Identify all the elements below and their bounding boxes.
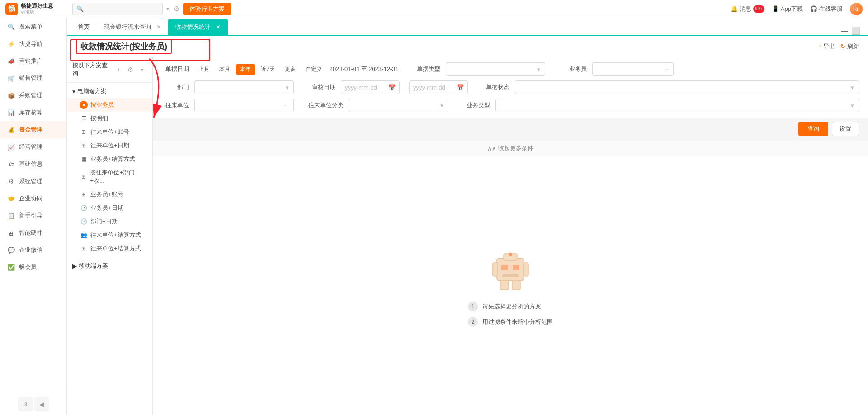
tab-receipt-stat[interactable]: 收款情况统计 ✕ — [168, 19, 228, 35]
tab-bank-flow[interactable]: 现金银行流水查询 ✕ — [97, 19, 168, 35]
header-search-box[interactable]: 🔍 — [72, 3, 163, 15]
refresh-btn[interactable]: ↻ 刷新 — [840, 42, 859, 51]
settings-btn[interactable]: 设置 — [832, 122, 859, 136]
biz-type-select[interactable]: ▾ — [495, 99, 859, 112]
scheme-item-by-salesman[interactable]: ● 按业务员 — [67, 98, 152, 112]
date-range-display: 2023-01-01 至 2023-12-31 — [330, 65, 399, 73]
sidebar-item-member[interactable]: ✅ 畅会员 — [0, 259, 66, 276]
logo-icon: 畅 — [5, 3, 18, 15]
counterpart-category-select[interactable]: ▾ — [349, 99, 448, 112]
doc-status-select[interactable]: ▾ — [515, 80, 859, 94]
search-menu-icon: 🔍 — [7, 23, 15, 31]
scheme-group-mobile-title[interactable]: ▶ 移动端方案 — [67, 259, 152, 273]
bank-flow-label: 现金银行流水查询 — [104, 23, 151, 31]
tab-home[interactable]: 首页 — [71, 19, 97, 35]
scheme-item-by-detail[interactable]: ☰ 按明细 — [67, 112, 152, 125]
date-tab-more[interactable]: 更多 — [281, 64, 300, 75]
step-num-2: 2 — [468, 317, 478, 327]
sidebar-settings-btn[interactable]: ⚙ — [18, 397, 33, 411]
sidebar-item-marketing[interactable]: 📣 营销推广 — [0, 52, 66, 70]
date-tab-this-month[interactable]: 本月 — [215, 64, 234, 75]
empty-state: 1 请先选择要分析的方案 2 用过滤条件来缩小分析范围 — [153, 156, 868, 415]
sidebar-item-fund[interactable]: 💰 资金管理 — [0, 121, 66, 138]
date-tab-custom[interactable]: 自定义 — [302, 64, 326, 75]
empty-steps: 1 请先选择要分析的方案 2 用过滤条件来缩小分析范围 — [468, 302, 553, 327]
dept-select[interactable]: ▾ — [194, 80, 294, 94]
svg-rect-0 — [497, 258, 524, 281]
scheme-collapse-btn[interactable]: « — [137, 65, 147, 75]
user-avatar[interactable]: Rit — [850, 3, 863, 15]
dept-arrow-icon: ▾ — [286, 84, 289, 91]
review-date-input-group: yyyy-mm-dd 📅 — yyyy-mm-dd 📅 — [341, 80, 468, 94]
scheme-item-label: 按往来单位+部门+收... — [90, 169, 147, 185]
date-tab-7days[interactable]: 近7天 — [257, 64, 279, 75]
wechat-icon: 💬 — [7, 246, 15, 254]
export-btn[interactable]: ↑ 导出 — [819, 42, 835, 51]
sidebar-item-search-menu[interactable]: 🔍 搜索菜单 — [0, 18, 66, 35]
collapse-bar[interactable]: ∧∧ 收起更多条件 — [153, 141, 868, 156]
sidebar-item-sales[interactable]: 🛒 销售管理 — [0, 70, 66, 87]
scheme-item-by-dept-date[interactable]: 🕐 部门+日期 — [67, 215, 152, 228]
sidebar-item-cooperation[interactable]: 🤝 企业协同 — [0, 190, 66, 207]
sidebar-item-wechat[interactable]: 💬 企业微信 — [0, 241, 66, 259]
sidebar-item-label: 搜索菜单 — [19, 23, 42, 31]
counterpart-select[interactable]: ··· — [194, 99, 294, 112]
tab-window-maximize-icon[interactable]: ⬜ — [852, 27, 861, 35]
scheme-item-by-salesman-date[interactable]: 🕐 业务员+日期 — [67, 201, 152, 215]
counterpart-more-icon: ··· — [285, 103, 289, 108]
date-tab-this-year[interactable]: 本年 — [236, 64, 255, 75]
close-receipt-stat-icon[interactable]: ✕ — [216, 24, 221, 30]
online-service-btn[interactable]: 🎧 在线客服 — [810, 5, 843, 13]
tab-bar: 首页 现金银行流水查询 ✕ 收款情况统计 ✕ — ⬜ — [67, 18, 868, 36]
review-date-to-input[interactable]: yyyy-mm-dd 📅 — [409, 80, 468, 94]
scheme-item-by-unit-date[interactable]: ⊞ 往来单位+日期 — [67, 139, 152, 152]
group-label: 移动端方案 — [79, 262, 108, 270]
scheme-item-by-unit-account[interactable]: ⊞ 往来单位+账号 — [67, 125, 152, 139]
marketing-icon: 📣 — [7, 57, 15, 65]
review-date-from-input[interactable]: yyyy-mm-dd 📅 — [341, 80, 400, 94]
date-tab-last-month[interactable]: 上月 — [194, 64, 213, 75]
salesman-select[interactable]: ··· — [592, 62, 674, 76]
tab-window-minimize-icon[interactable]: — — [841, 27, 848, 35]
sidebar-item-system[interactable]: ⚙ 系统管理 — [0, 173, 66, 190]
app-download-label: App下载 — [781, 5, 803, 13]
doc-type-select[interactable]: ▾ — [446, 62, 545, 76]
chevron-right-icon: ▶ — [72, 263, 77, 269]
scheme-item-by-salesman-account[interactable]: ⊞ 业务员+账号 — [67, 188, 152, 201]
smart-hw-icon: 🖨 — [7, 229, 15, 237]
sidebar-item-guide[interactable]: 📋 新手引导 — [0, 207, 66, 224]
svg-rect-9 — [512, 281, 520, 290]
dropdown-icon[interactable]: ▾ — [166, 5, 170, 12]
query-btn[interactable]: 查询 — [798, 122, 828, 136]
sidebar-item-inventory[interactable]: 📊 库存核算 — [0, 104, 66, 121]
settings-icon[interactable]: ⚙ — [173, 5, 179, 13]
fund-icon: 💰 — [7, 126, 15, 134]
empty-step-1: 1 请先选择要分析的方案 — [468, 302, 553, 311]
sidebar-item-label: 销售管理 — [19, 74, 42, 82]
sidebar-bottom: ⚙ ◀ — [0, 393, 66, 415]
message-btn[interactable]: 🔔 消息 99+ — [731, 5, 764, 13]
trial-btn[interactable]: 体验行业方案 — [183, 3, 231, 15]
sidebar-item-label: 采购管理 — [19, 91, 42, 99]
scheme-item-by-salesman-settle[interactable]: ▦ 业务员+结算方式 — [67, 152, 152, 166]
scheme-add-btn[interactable]: + — [113, 65, 123, 75]
sidebar-item-purchase[interactable]: 📦 采购管理 — [0, 87, 66, 104]
scheme-settings-btn[interactable]: ⚙ — [125, 65, 135, 75]
sidebar-item-operation[interactable]: 📈 经营管理 — [0, 138, 66, 156]
collapse-label: 收起更多条件 — [498, 144, 533, 152]
scheme-item-by-unit-dept[interactable]: ⊞ 按往来单位+部门+收... — [67, 166, 152, 188]
scheme-item-by-unit-settle3[interactable]: ⊞ 往来单位+结算方式 — [67, 242, 152, 255]
scheme-group-desktop-title[interactable]: ▾ 电脑端方案 — [67, 85, 152, 98]
empty-step-2: 2 用过滤条件来缩小分析范围 — [468, 317, 553, 327]
sidebar-collapse-btn[interactable]: ◀ — [34, 397, 49, 411]
close-bank-flow-icon[interactable]: ✕ — [156, 24, 161, 30]
scheme-item-by-unit-settle2[interactable]: 👥 往来单位+结算方式 — [67, 228, 152, 242]
app-download-btn[interactable]: 📱 App下载 — [772, 5, 803, 13]
sidebar-item-smart-hw[interactable]: 🖨 智能硬件 — [0, 224, 66, 241]
top-header: 畅 畅捷通好生意 标准版 🔍 ▾ ⚙ 体验行业方案 🔔 消息 99+ 📱 App… — [0, 0, 868, 18]
sidebar-item-quick-nav[interactable]: ⚡ 快捷导航 — [0, 35, 66, 52]
online-service-label: 在线客服 — [819, 5, 843, 13]
sidebar-item-label: 基础信息 — [19, 160, 42, 168]
sidebar-item-basic-info[interactable]: 🗂 基础信息 — [0, 156, 66, 173]
clock2-icon: 🕐 — [80, 217, 88, 226]
